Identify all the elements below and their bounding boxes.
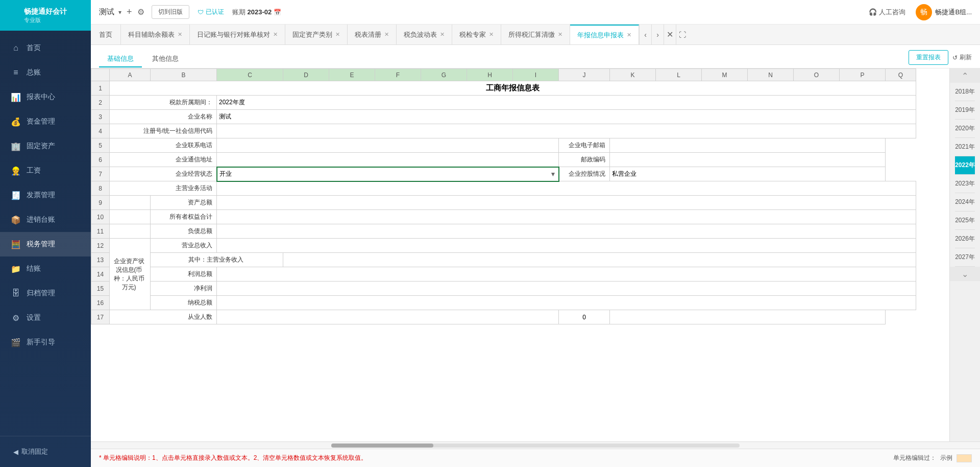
sidebar-item-税务管理[interactable]: 🧮税务管理 [0,232,91,256]
year-item-2022年[interactable]: 2022年 [955,156,975,175]
sub-tab-基础信息[interactable]: 基础信息 [99,51,142,67]
year-item-2018年[interactable]: 2018年 [955,83,975,101]
tab-close-icon[interactable]: ✕ [627,32,631,38]
tab-税表清册[interactable]: 税表清册✕ [348,25,397,45]
liabilities-value[interactable] [217,224,916,239]
reset-report-button[interactable]: 重置报表 [909,50,948,65]
sidebar-item-发票管理[interactable]: 🧾发票管理 [0,183,91,207]
year-item-2023年[interactable]: 2023年 [955,175,975,193]
tab-close-icon[interactable]: ✕ [489,31,494,38]
col-header-a[interactable]: A [110,69,151,81]
tab-所得税汇算清缴[interactable]: 所得税汇算清缴✕ [501,25,570,45]
settings-icon[interactable]: ⚙ [137,7,144,17]
tel-value[interactable] [217,138,559,153]
year-scroll-down-button[interactable]: ⌄ [950,267,980,281]
col-header-c[interactable]: C [217,69,283,81]
user-menu[interactable]: 畅 畅捷通B组... [916,4,972,20]
col-header-k[interactable]: K [610,69,656,81]
sub-tab-其他信息[interactable]: 其他信息 [144,51,187,67]
tab-close-icon[interactable]: ✕ [335,31,340,38]
tab-close-icon[interactable]: ✕ [384,31,389,38]
year-item-2027年[interactable]: 2027年 [955,248,975,267]
sidebar-item-工资[interactable]: 👷工资 [0,158,91,183]
add-workspace-icon[interactable]: + [127,7,132,17]
main-revenue-value[interactable] [283,253,916,267]
col-header-h[interactable]: H [467,69,513,81]
employee-value-right[interactable]: 0 [559,310,610,324]
tabs-prev-button[interactable]: ‹ [639,25,651,45]
asset-total-value[interactable] [217,196,916,210]
calendar-icon[interactable]: 📅 [274,9,281,16]
main-biz-value[interactable] [217,181,916,196]
col-header-g[interactable]: G [421,69,467,81]
col-header-q[interactable]: Q [886,69,916,81]
col-header-f[interactable]: F [375,69,421,81]
sidebar-item-报表中心[interactable]: 📊报表中心 [0,85,91,109]
sidebar-item-进销台账[interactable]: 📦进销台账 [0,207,91,232]
col-header-j[interactable]: J [559,69,610,81]
reg-no-value[interactable] [217,124,916,138]
sidebar-item-总账[interactable]: ≡总账 [0,60,91,85]
year-item-2021年[interactable]: 2021年 [955,138,975,156]
profit-total-value[interactable] [217,267,916,282]
tab-首页[interactable]: 首页 [91,25,121,45]
col-header-l[interactable]: L [656,69,702,81]
address-value[interactable] [217,153,559,167]
col-header-m[interactable]: M [702,69,748,81]
col-header-d[interactable]: D [283,69,329,81]
tab-固定资产类别[interactable]: 固定资产类别✕ [285,25,348,45]
email-value[interactable] [610,138,886,153]
help-button[interactable]: 🎧 人工咨询 [867,8,905,17]
tab-label: 税负波动表 [404,30,437,39]
tabs-next-button[interactable]: › [651,25,664,45]
period-value-cell[interactable]: 2022年度 [217,96,916,110]
year-item-2025年[interactable]: 2025年 [955,212,975,230]
col-header-n[interactable]: N [748,69,794,81]
net-profit-value[interactable] [217,282,916,296]
holding-value[interactable]: 私营企业 [610,167,886,181]
employee-value-rest[interactable] [610,310,886,324]
year-item-2024年[interactable]: 2024年 [955,193,975,212]
year-item-2026年[interactable]: 2026年 [955,230,975,248]
year-item-2019年[interactable]: 2019年 [955,101,975,120]
sidebar-item-新手引导[interactable]: 🎬新手引导 [0,330,91,355]
equity-value[interactable] [217,210,916,224]
sidebar-item-固定资产[interactable]: 🏢固定资产 [0,134,91,158]
tab-close-icon[interactable]: ✕ [178,31,182,38]
dropdown-arrow-icon[interactable]: ▼ [550,171,556,178]
year-item-2020年[interactable]: 2020年 [955,120,975,138]
sidebar-item-设置[interactable]: ⚙设置 [0,306,91,330]
col-header-b[interactable]: B [151,69,217,81]
sidebar-item-结账[interactable]: 📁结账 [0,256,91,281]
spreadsheet-table-wrap[interactable]: A B C D E F G H I J K L M [91,68,949,441]
tab-科目辅助余额表[interactable]: 科目辅助余额表✕ [121,25,190,45]
switch-version-button[interactable]: 切到旧版 [152,5,189,19]
sidebar-item-资金管理[interactable]: 💰资金管理 [0,109,91,134]
revenue-total-value[interactable] [217,239,916,253]
tab-税检专家[interactable]: 税检专家✕ [452,25,501,45]
employee-value-left[interactable] [217,310,559,324]
sidebar-item-首页[interactable]: ⌂首页 [0,36,91,60]
col-header-p[interactable]: P [840,69,886,81]
sidebar-item-归档管理[interactable]: 🗄归档管理 [0,281,91,306]
tab-close-icon[interactable]: ✕ [558,31,562,38]
tab-close-icon[interactable]: ✕ [440,31,445,38]
company-name-value[interactable]: 测试 [217,110,916,124]
tax-total-value[interactable] [217,296,916,310]
cancel-fixed-button[interactable]: ◀ 取消固定 [0,441,91,462]
tab-日记账与银行对账单核对[interactable]: 日记账与银行对账单核对✕ [190,25,285,45]
col-header-i[interactable]: I [513,69,559,81]
tabs-close-all-button[interactable]: ✕ [664,25,676,45]
biz-status-dropdown[interactable]: 开业▼ [217,167,559,181]
col-header-e[interactable]: E [329,69,375,81]
year-scroll-up-button[interactable]: ⌃ [950,68,980,83]
tabs-expand-button[interactable]: ⛶ [676,25,688,45]
col-header-o[interactable]: O [794,69,840,81]
postcode-value[interactable] [610,153,886,167]
refresh-button[interactable]: ↺ 刷新 [952,53,972,62]
tab-close-icon[interactable]: ✕ [273,31,278,38]
horizontal-scroll-area[interactable] [91,441,980,449]
tab-年报信息申报表[interactable]: 年报信息申报表✕ [570,25,639,45]
tab-税负波动表[interactable]: 税负波动表✕ [397,25,452,45]
workspace-dropdown-icon[interactable]: ▾ [118,9,121,16]
